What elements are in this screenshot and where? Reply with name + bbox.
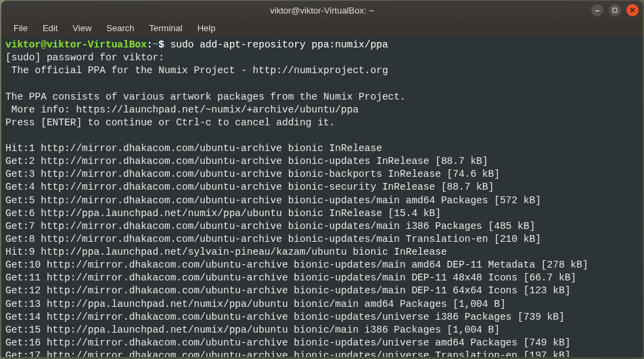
- maximize-button[interactable]: [609, 4, 621, 16]
- prompt-user-host: viktor@viktor-VirtualBox: [5, 39, 147, 50]
- output-line: Press [ENTER] to continue or Ctrl-c to c…: [5, 117, 335, 128]
- output-line: Get:5 http://mirror.dhakacom.com/ubuntu-…: [5, 195, 541, 206]
- window-title: viktor@viktor-VirtualBox: ~: [270, 5, 373, 16]
- menu-help[interactable]: Help: [191, 21, 223, 35]
- output-line: Get:14 http://mirror.dhakacom.com/ubuntu…: [5, 312, 565, 322]
- menu-edit[interactable]: Edit: [36, 21, 64, 35]
- output-line: Get:8 http://mirror.dhakacom.com/ubuntu-…: [5, 234, 541, 245]
- output-line: The PPA consists of various artwork pack…: [5, 91, 406, 102]
- minimize-button[interactable]: [591, 4, 603, 16]
- output-line: Get:6 http://ppa.launchpad.net/numix/ppa…: [5, 208, 441, 219]
- output-line: More info: https://launchpad.net/~numix/…: [5, 104, 359, 115]
- output-line: Get:7 http://mirror.dhakacom.com/ubuntu-…: [5, 221, 535, 232]
- menu-search[interactable]: Search: [99, 21, 141, 35]
- terminal-window: viktor@viktor-VirtualBox: ~ File Edit Vi…: [1, 1, 643, 357]
- menu-terminal[interactable]: Terminal: [143, 21, 189, 35]
- output-line: Get:17 http://mirror.dhakacom.com/ubuntu…: [5, 350, 570, 357]
- output-line: Get:3 http://mirror.dhakacom.com/ubuntu-…: [5, 169, 500, 180]
- titlebar[interactable]: viktor@viktor-VirtualBox: ~: [1, 1, 643, 20]
- close-icon: [630, 7, 635, 13]
- menu-file[interactable]: File: [7, 21, 34, 35]
- menu-view[interactable]: View: [66, 21, 98, 35]
- output-line: Get:12 http://mirror.dhakacom.com/ubuntu…: [5, 285, 570, 296]
- output-line: Get:10 http://mirror.dhakacom.com/ubuntu…: [5, 259, 588, 270]
- svg-rect-1: [613, 8, 617, 12]
- output-line: Hit:1 http://mirror.dhakacom.com/ubuntu-…: [5, 143, 382, 154]
- command-text: sudo add-apt-repository ppa:numix/ppa: [170, 39, 388, 50]
- close-button[interactable]: [626, 4, 639, 16]
- window-controls: [591, 4, 639, 16]
- minimize-icon: [595, 7, 600, 13]
- output-line: Get:2 http://mirror.dhakacom.com/ubuntu-…: [5, 156, 488, 167]
- output-line: Get:11 http://mirror.dhakacom.com/ubuntu…: [5, 272, 576, 283]
- output-line: Get:13 http://ppa.launchpad.net/numix/pp…: [5, 299, 506, 310]
- prompt-path: ~: [153, 39, 159, 50]
- prompt-dollar: $: [158, 39, 170, 50]
- output-line: Get:16 http://mirror.dhakacom.com/ubuntu…: [5, 337, 570, 348]
- output-line: Get:15 http://ppa.launchpad.net/numix/pp…: [5, 324, 500, 335]
- output-line: [sudo] password for viktor:: [5, 52, 164, 63]
- output-line: Hit:9 http://ppa.launchpad.net/sylvain-p…: [5, 247, 447, 257]
- output-line: Get:4 http://mirror.dhakacom.com/ubuntu-…: [5, 182, 494, 192]
- prompt-sep: :: [147, 39, 153, 50]
- output-line: The official PPA for the Numix Project -…: [5, 65, 388, 76]
- maximize-icon: [612, 7, 618, 13]
- menubar: File Edit View Search Terminal Help: [1, 20, 643, 37]
- terminal-output[interactable]: viktor@viktor-VirtualBox:~$ sudo add-apt…: [1, 37, 643, 357]
